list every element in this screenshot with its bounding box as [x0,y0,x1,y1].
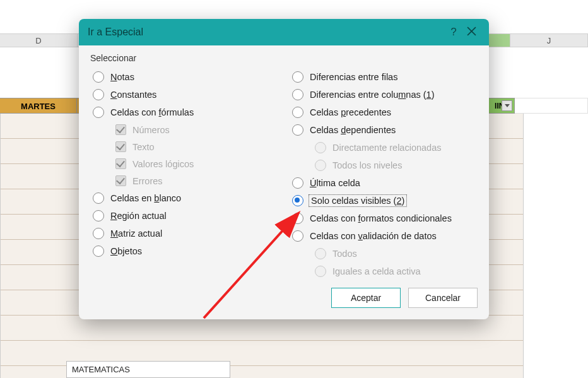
option-errores: Errores [90,172,278,189]
option-label: Celdas con validación de datos [310,231,437,241]
option-notas[interactable]: Notas [90,68,278,86]
radio-icon [292,89,303,100]
radio-icon [292,230,303,242]
option-label: Región actual [110,211,167,221]
option-region[interactable]: Región actual [90,207,278,225]
radio-icon [292,177,303,189]
cell-matematicas[interactable]: MATEMATICAS [66,361,230,378]
option-label: Celdas en blanco [110,193,181,203]
option-label: Constantes [110,90,156,100]
dialog-content: Seleccionar Notas Constantes Celdas con … [79,45,489,319]
help-button[interactable]: ? [445,26,462,38]
option-matriz[interactable]: Matriz actual [90,225,278,242]
option-label: Notas [110,72,134,82]
radio-icon [93,228,104,239]
col-header-j[interactable]: J [510,34,588,47]
option-label: Iguales a celda activa [332,266,420,276]
option-formulas[interactable]: Celdas con fórmulas [90,103,278,121]
cancel-button[interactable]: Cancelar [408,288,478,308]
option-objetos[interactable]: Objetos [90,242,278,260]
checkbox-icon [115,175,126,186]
option-visibles[interactable]: Solo celdas visibles (2) [290,192,478,210]
option-validacion[interactable]: Celdas con validación de datos [290,227,478,245]
option-label: Errores [132,176,163,186]
dialog-buttons: Aceptar Cancelar [90,280,478,309]
option-label: Última celda [310,178,360,188]
col-header-d[interactable]: D [0,34,78,47]
option-iguales: Iguales a celda activa [290,263,478,280]
radio-icon [292,124,303,136]
option-todos: Todos [290,245,478,263]
radio-icon [93,210,104,221]
checkbox-icon [115,141,126,152]
radio-icon [93,89,104,100]
option-dif-filas[interactable]: Diferencias entre filas [290,68,478,86]
header-cell-martes[interactable]: MARTES [0,98,77,114]
option-todos-niveles: Todos los niveles [290,157,478,174]
close-icon [467,27,476,36]
option-label: Valores lógicos [132,159,194,169]
radio-icon [292,71,303,83]
radio-icon [315,248,326,259]
radio-icon [292,195,303,206]
option-label: Todos los niveles [332,160,402,170]
options-col-right: Diferencias entre filas Diferencias entr… [290,68,478,280]
ok-button[interactable]: Aceptar [331,288,401,308]
option-dependientes[interactable]: Celdas dependientes [290,121,478,139]
options-col-left: Notas Constantes Celdas con fórmulas Núm… [90,68,278,280]
radio-icon [292,213,303,224]
radio-icon [292,107,303,118]
option-label: Todos [332,249,357,259]
option-label: Diferencias entre columnas (1) [310,90,435,100]
radio-icon [93,107,104,118]
header-cell-blank [515,98,588,114]
option-texto: Texto [90,138,278,155]
option-dif-columnas[interactable]: Diferencias entre columnas (1) [290,86,478,103]
option-logicos: Valores lógicos [90,155,278,172]
option-numeros: Números [90,121,278,138]
filter-dropdown-icon[interactable] [502,100,512,111]
radio-icon [93,192,104,204]
option-label: Números [132,125,170,135]
option-label: Celdas con fórmulas [110,107,194,117]
option-ultima[interactable]: Última celda [290,174,478,192]
option-label: Celdas dependientes [310,125,396,135]
option-label: Matriz actual [110,228,162,239]
option-label: Celdas precedentes [310,107,391,117]
close-button[interactable] [462,27,480,38]
radio-icon [315,266,326,277]
radio-icon [315,142,326,153]
checkbox-icon [115,158,126,169]
checkbox-icon [115,124,126,135]
radio-icon [93,245,104,257]
dialog-title: Ir a Especial [88,27,445,38]
option-label: Celdas con formatos condicionales [310,213,452,223]
option-label: Texto [132,142,155,152]
radio-icon [93,71,104,83]
option-label: Directamente relacionadas [332,143,441,153]
go-to-special-dialog: Ir a Especial ? Seleccionar Notas Consta… [79,19,489,319]
option-label: Diferencias entre filas [310,72,397,82]
option-directa: Directamente relacionadas [290,139,478,157]
options-columns: Notas Constantes Celdas con fórmulas Núm… [90,68,478,280]
radio-icon [315,160,326,171]
option-precedentes[interactable]: Celdas precedentes [290,103,478,121]
option-blanco[interactable]: Celdas en blanco [90,189,278,207]
option-formatos[interactable]: Celdas con formatos condicionales [290,210,478,227]
dialog-titlebar[interactable]: Ir a Especial ? [79,19,489,45]
option-label: Objetos [110,246,142,256]
option-label: Solo celdas visibles (2) [310,196,406,206]
option-constantes[interactable]: Constantes [90,86,278,103]
group-label-seleccionar: Seleccionar [90,53,478,63]
